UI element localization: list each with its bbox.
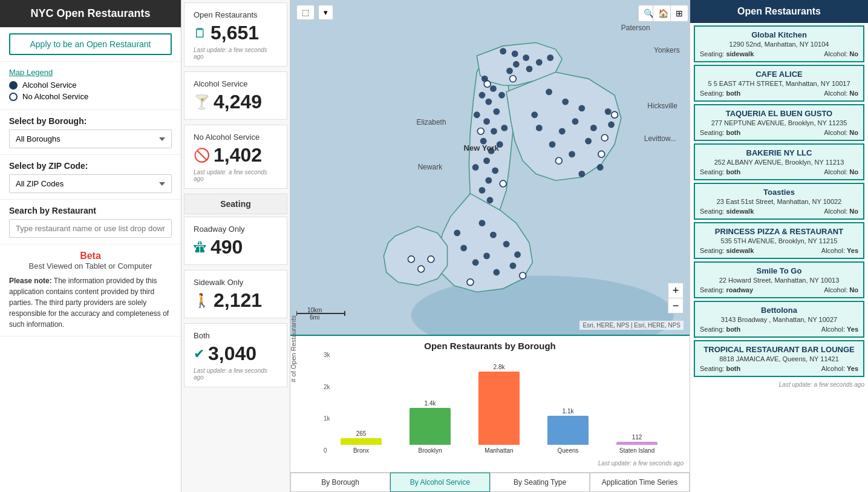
svg-point-40 — [479, 220, 486, 226]
svg-point-11 — [492, 168, 498, 174]
restaurant-seating: Seating: both — [700, 168, 740, 175]
svg-point-21 — [500, 48, 506, 54]
y-axis-ticks: 3k 2k 1k 0 — [324, 352, 330, 454]
restaurant-address: 3143 Broadway , Manhattan, NY 10027 — [700, 316, 858, 323]
roadway-value: 490 — [210, 236, 243, 258]
zip-label: Select by ZIP Code: — [9, 161, 172, 171]
restaurant-alcohol: Alcohol: No — [824, 168, 858, 175]
seating-header: Seating — [184, 194, 287, 214]
map-toolbar: ⬚ ▾ — [296, 5, 333, 20]
restaurant-meta: Seating: bothAlcohol: No — [700, 90, 858, 97]
borough-select[interactable]: All Boroughs — [9, 130, 172, 148]
sidewalk-icon: 🚶 — [194, 293, 210, 309]
right-panel-update: Last update: a few seconds ago — [690, 379, 868, 390]
restaurant-name: TROPICAL RESTAURANT BAR LOUNGE — [700, 345, 858, 354]
restaurant-meta: Seating: sidewalkAlcohol: No — [700, 50, 858, 57]
chart-tab-borough[interactable]: By Borough — [290, 473, 390, 492]
map-area[interactable]: ⬚ ▾ 🔍 🏠 ⊞ — [290, 0, 690, 335]
restaurant-meta: Seating: roadwayAlcohol: No — [700, 286, 858, 294]
bar-rect-manhattan[interactable] — [478, 372, 520, 445]
restaurant-meta: Seating: bothAlcohol: No — [700, 129, 858, 136]
roadway-value-row: 🛣 490 — [194, 236, 278, 258]
right-panel: Open Restaurants Global Kitchen1290 52nd… — [690, 0, 868, 492]
bar-group-staten-island: 112Staten Island — [602, 434, 671, 454]
svg-point-29 — [546, 88, 552, 95]
apply-btn-wrap: Apply to be an Open Restaurant — [0, 27, 181, 62]
svg-point-66 — [601, 134, 608, 141]
restaurant-name: Global Kitchen — [700, 30, 858, 39]
svg-point-13 — [479, 187, 486, 194]
svg-point-24 — [513, 61, 520, 68]
alcohol-service-title: Alcohol Service — [194, 79, 278, 88]
map-scale: 10km 6mi — [296, 306, 357, 323]
y-tick-3k: 3k — [324, 352, 330, 358]
bar-rect-bronx[interactable] — [341, 438, 382, 445]
map-layers-button[interactable]: ⊞ — [670, 5, 688, 22]
sidewalk-card: Sidewalk Only 🚶 2,121 — [184, 270, 287, 318]
svg-point-56 — [520, 272, 526, 279]
restaurant-card[interactable]: Toasties23 East 51st Street, Manhattan, … — [694, 183, 864, 220]
right-panel-title: Open Restaurants — [690, 0, 868, 23]
no-alcohol-card: No Alcohol Service 🚫 1,402 Last update: … — [184, 125, 287, 189]
legend-no-alcohol-label: No Alcohol Service — [22, 92, 88, 101]
svg-point-30 — [562, 99, 569, 105]
chart-tab-alcohol[interactable]: By Alcohol Service — [390, 473, 490, 492]
svg-point-39 — [590, 125, 597, 131]
svg-point-15 — [479, 92, 486, 99]
map-dropdown-tool[interactable]: ▾ — [318, 5, 333, 20]
alcohol-service-value-row: 🍸 4,249 — [194, 91, 278, 113]
chart-tab-timeseries[interactable]: Application Time Series — [590, 473, 690, 492]
restaurant-card[interactable]: Bettolona3143 Broadway , Manhattan, NY 1… — [694, 301, 864, 338]
bar-value-queens: 1.1k — [563, 408, 574, 415]
restaurant-alcohol: Alcohol: Yes — [821, 247, 858, 254]
open-restaurants-card: Open Restaurants 🗒 5,651 Last update: a … — [184, 2, 287, 67]
stats-panel: Open Restaurants 🗒 5,651 Last update: a … — [181, 0, 290, 492]
bar-group-bronx: 265Bronx — [327, 430, 396, 454]
restaurant-card[interactable]: TAQUERIA EL BUEN GUSTO277 NEPTUNE AVENUE… — [694, 104, 864, 141]
bar-rect-brooklyn[interactable] — [410, 408, 451, 445]
svg-point-46 — [472, 259, 479, 266]
restaurant-card[interactable]: PRINCESS PIZZA & RESTAURANT535 5TH AVENU… — [694, 222, 864, 259]
svg-point-20 — [472, 164, 479, 171]
svg-point-28 — [547, 54, 553, 61]
chart-container: # of Open Restaurants 3k 2k 1k 0 265Bron… — [290, 352, 690, 472]
map-zoom-in-button[interactable]: + — [668, 283, 684, 298]
bar-value-staten-island: 112 — [632, 434, 642, 441]
restaurant-card[interactable]: Smile To Go22 Howard Street, Manhattan, … — [694, 261, 864, 298]
chart-y-label: # of Open Restaurants — [290, 315, 297, 382]
svg-point-27 — [506, 68, 513, 74]
restaurant-name: PRINCESS PIZZA & RESTAURANT — [700, 227, 858, 236]
restaurant-card[interactable]: CAFE ALICE5 5 EAST 47TH STREET, Manhatta… — [694, 65, 864, 102]
svg-point-59 — [418, 266, 425, 272]
svg-point-44 — [510, 263, 517, 269]
bar-rect-staten-island[interactable] — [616, 442, 658, 445]
alcohol-service-value: 4,249 — [214, 91, 262, 113]
restaurant-list: Global Kitchen1290 52nd, Manhattan, NY 1… — [690, 23, 868, 379]
bar-rect-queens[interactable] — [547, 416, 589, 445]
restaurant-card[interactable]: BAKERIE NY LLC252 ALBANY AVENUE, Brookly… — [694, 143, 864, 180]
svg-point-45 — [493, 269, 500, 276]
apply-button[interactable]: Apply to be an Open Restaurant — [9, 33, 172, 55]
zip-select[interactable]: All ZIP Codes — [9, 174, 172, 193]
svg-point-47 — [460, 244, 467, 251]
restaurant-search-input[interactable] — [9, 219, 172, 238]
map-zoom-out-button[interactable]: − — [668, 298, 684, 313]
map-select-tool[interactable]: ⬚ — [296, 5, 315, 20]
svg-point-23 — [523, 54, 529, 61]
svg-point-25 — [526, 65, 533, 72]
chart-tab-seating[interactable]: By Seating Type — [490, 473, 590, 492]
chart-tabs: By Borough By Alcohol Service By Seating… — [290, 472, 690, 492]
restaurant-card[interactable]: TROPICAL RESTAURANT BAR LOUNGE8818 JAMAI… — [694, 340, 864, 377]
restaurant-address: 1290 52nd, Manhattan, NY 10104 — [700, 41, 858, 48]
map-legend-title[interactable]: Map Legend — [9, 68, 172, 77]
restaurant-alcohol: Alcohol: Yes — [821, 365, 858, 372]
restaurant-address: 22 Howard Street, Manhattan, NY 10013 — [700, 277, 858, 284]
restaurant-seating: Seating: sidewalk — [700, 50, 754, 57]
restaurant-card[interactable]: Global Kitchen1290 52nd, Manhattan, NY 1… — [694, 25, 864, 62]
restaurant-search-label: Search by Restaurant — [9, 206, 172, 215]
borough-label: Select by Borough: — [9, 116, 172, 126]
left-panel: NYC Open Restaurants Apply to be an Open… — [0, 0, 181, 492]
legend-no-alcohol-item: No Alcohol Service — [9, 92, 172, 101]
svg-point-49 — [483, 252, 490, 259]
svg-point-54 — [555, 157, 562, 164]
